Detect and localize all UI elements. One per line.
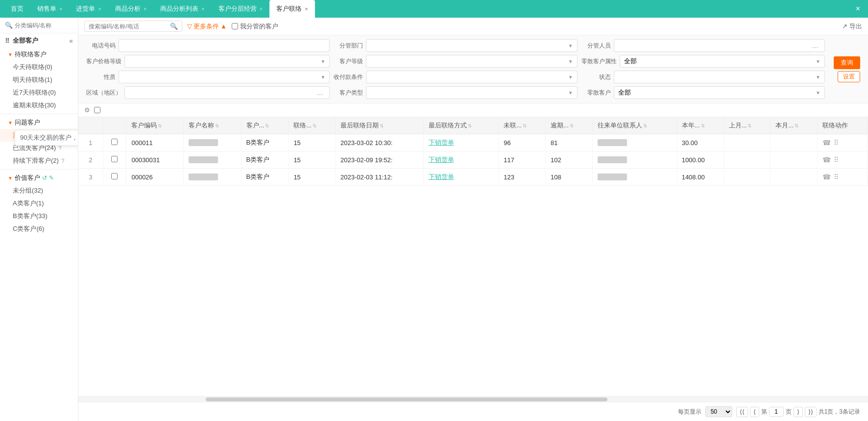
row-checkbox-0[interactable] xyxy=(111,139,118,145)
th-liaison[interactable]: 往来单位联系人⇅ xyxy=(592,117,676,134)
select-all-checkbox[interactable] xyxy=(94,107,100,113)
filter-region-select[interactable]: … xyxy=(124,86,330,99)
per-page-select[interactable]: 50 100 200 xyxy=(705,406,732,417)
filter-dept-select[interactable]: ▼ xyxy=(366,39,577,52)
sidebar-item-overdue[interactable]: 逾期未联络(30) xyxy=(0,99,78,112)
prev-page-button[interactable]: ⟨ xyxy=(750,407,759,417)
close-customer-segment-tab-icon[interactable]: × xyxy=(260,6,263,12)
tab-analysis-list[interactable]: 商品分析列表 × xyxy=(153,0,211,18)
th-index xyxy=(78,117,103,134)
page-number-input[interactable] xyxy=(769,407,784,417)
last-page-button[interactable]: ⟩⟩ xyxy=(805,407,817,417)
cell-last-method-2[interactable]: 下销货单 xyxy=(423,169,499,186)
row-checkbox-2[interactable] xyxy=(111,173,118,179)
th-last-method[interactable]: 最后联络方式⇅ xyxy=(423,117,499,134)
filter-more-btn[interactable]: ▽ 更多条件 ▲ xyxy=(187,22,227,31)
filter-search-icon[interactable]: 🔍 xyxy=(170,23,178,30)
more-action-icon-2[interactable]: ⠿ xyxy=(834,173,839,181)
contact-action-icon-1[interactable]: ☎ xyxy=(822,156,831,164)
sidebar-collapse-icon[interactable]: « xyxy=(69,37,73,45)
my-customers-checkbox[interactable] xyxy=(232,23,238,29)
row-checkbox-1[interactable] xyxy=(111,156,118,162)
sidebar-item-class-c[interactable]: C类客户(6) xyxy=(0,223,78,235)
tab-purchase[interactable]: 进货单 × xyxy=(69,0,108,18)
filter-level-select[interactable]: ▼ xyxy=(366,55,577,68)
filter-my-customers[interactable]: 我分管的客户 xyxy=(232,22,278,31)
close-analysis-tab-icon[interactable]: × xyxy=(144,6,146,12)
more-action-icon-0[interactable]: ⠿ xyxy=(834,139,839,147)
cell-check-0[interactable] xyxy=(103,134,126,151)
method-link-0[interactable]: 下销货单 xyxy=(429,139,454,146)
sidebar-group-pending[interactable]: ▼ 待联络客户 xyxy=(0,48,78,61)
tab-home[interactable]: 首页 xyxy=(4,0,30,18)
settings-gear-icon[interactable]: ⚙ xyxy=(84,106,90,114)
filter-status-select[interactable]: ▼ xyxy=(614,71,825,83)
sort-overdue-icon: ⇅ xyxy=(570,123,574,128)
sidebar-item-unclassified[interactable]: 未分组(32) xyxy=(0,184,78,197)
sidebar-item-declining[interactable]: 持续下滑客户(2) ? xyxy=(0,154,78,167)
th-current-year[interactable]: 本年...⇅ xyxy=(676,117,723,134)
refresh-icon[interactable]: ↺ xyxy=(42,174,47,181)
method-link-2[interactable]: 下销货单 xyxy=(429,173,454,180)
th-current-month[interactable]: 本月...⇅ xyxy=(771,117,818,134)
more-options-region-icon[interactable]: … xyxy=(314,89,325,97)
edit-icon[interactable]: ✎ xyxy=(49,174,54,181)
filter-phone-input[interactable] xyxy=(119,39,330,52)
close-customer-contact-tab-icon[interactable]: × xyxy=(305,6,308,12)
more-action-icon-1[interactable]: ⠿ xyxy=(834,156,839,164)
method-link-1[interactable]: 下销货单 xyxy=(429,156,454,163)
sidebar-group-problem[interactable]: ▼ 问题客户 xyxy=(0,116,78,129)
close-all-tabs-icon[interactable]: × xyxy=(852,4,864,13)
query-button[interactable]: 查询 xyxy=(834,56,860,69)
cell-last-date-0: 2023-03-02 10:30: xyxy=(336,134,423,151)
cell-check-2[interactable] xyxy=(103,169,126,186)
th-code[interactable]: 客户编码⇅ xyxy=(126,117,184,134)
cell-last-method-0[interactable]: 下销货单 xyxy=(423,134,499,151)
sidebar-group-value[interactable]: ▼ 价值客户 ↺ ✎ xyxy=(0,172,78,184)
sort-contact-icon: ⇅ xyxy=(313,123,316,128)
export-button[interactable]: ↗ 导出 xyxy=(842,22,862,31)
cell-check-1[interactable] xyxy=(103,151,126,169)
sidebar-item-tomorrow[interactable]: 明天待联络(1) xyxy=(0,74,78,86)
th-overdue[interactable]: 逾期...⇅ xyxy=(545,117,592,134)
cell-last-method-1[interactable]: 下销货单 xyxy=(423,151,499,169)
filter-gender-select[interactable]: ▼ xyxy=(119,71,330,83)
sidebar-item-class-b[interactable]: B类客户(33) xyxy=(0,210,78,223)
close-sales-tab-icon[interactable]: × xyxy=(59,6,62,12)
scrollbar-thumb[interactable] xyxy=(206,397,607,401)
tab-customer-segment[interactable]: 客户分层经营 × xyxy=(212,0,269,18)
first-page-button[interactable]: ⟨⟨ xyxy=(736,407,748,417)
th-contact[interactable]: 联络...⇅ xyxy=(289,117,336,134)
th-uncontacted[interactable]: 未联...⇅ xyxy=(499,117,546,134)
cell-last-month-0 xyxy=(723,134,771,151)
tab-analysis[interactable]: 商品分析 × xyxy=(108,0,153,18)
filter-zero-customer-select[interactable]: 全部 ▼ xyxy=(614,86,825,99)
filter-zero-attr-select[interactable]: 全部 ▼ xyxy=(620,55,825,68)
next-page-button[interactable]: ⟩ xyxy=(794,407,803,417)
close-analysis-list-tab-icon[interactable]: × xyxy=(201,6,204,12)
th-name[interactable]: 客户名称⇅ xyxy=(184,117,241,134)
contact-action-icon-0[interactable]: ☎ xyxy=(822,139,831,147)
contact-action-icon-2[interactable]: ☎ xyxy=(822,173,831,181)
filter-customer-type-select[interactable]: ▼ xyxy=(366,86,577,99)
sidebar-item-churn-warning[interactable]: 流失预警客户(3) ● 90天未交易的客户，可能有流失风险。 xyxy=(0,129,78,142)
horizontal-scrollbar[interactable] xyxy=(78,396,868,402)
th-last-month[interactable]: 上月...⇅ xyxy=(723,117,771,134)
sidebar-item-7days[interactable]: 近7天待联络(0) xyxy=(0,86,78,99)
filter-search-input[interactable] xyxy=(89,23,170,30)
sidebar-item-today[interactable]: 今天待联络(0) xyxy=(0,61,78,74)
th-type[interactable]: 客户...⇅ xyxy=(241,117,289,134)
sidebar-search-input[interactable] xyxy=(15,22,73,29)
filter-person-select[interactable]: … xyxy=(614,39,825,52)
sidebar-item-class-a[interactable]: A类客户(1) xyxy=(0,197,78,210)
sidebar-root[interactable]: ⠿ 全部客户 « xyxy=(0,33,78,48)
filter-price-level-select[interactable]: ▼ xyxy=(124,55,330,68)
filter-payment-select[interactable]: ▼ xyxy=(366,71,577,83)
th-last-date[interactable]: 最后联络日期⇅ xyxy=(336,117,423,134)
tab-customer-contact[interactable]: 客户联络 × xyxy=(269,0,314,18)
settings-button[interactable]: 设置 xyxy=(838,71,860,82)
more-options-icon[interactable]: … xyxy=(810,42,820,50)
tab-sales[interactable]: 销售单 × xyxy=(30,0,69,18)
cell-contact-2: 15 xyxy=(289,169,336,186)
close-purchase-tab-icon[interactable]: × xyxy=(98,6,101,12)
